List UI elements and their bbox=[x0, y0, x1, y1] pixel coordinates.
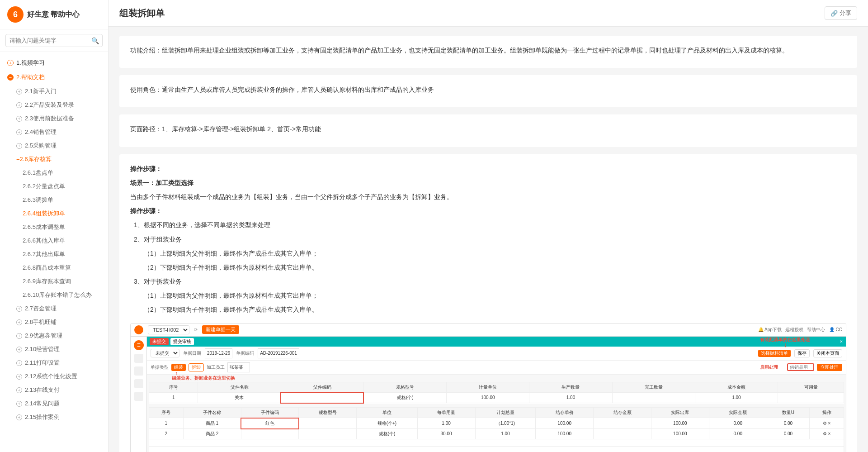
plus-sm-icon: + bbox=[16, 414, 22, 420]
sidebar-item-cases[interactable]: + 2.15操作案例 bbox=[0, 410, 108, 424]
mock-doctype-select[interactable]: 未提交 bbox=[151, 349, 179, 357]
mock-company-select[interactable]: TEST-H002 bbox=[148, 325, 189, 334]
operation-title: 操作步骤： bbox=[130, 163, 846, 175]
step3-sub2: （2）下部明细为子件明细，最终作为产成品生成其它入库单。 bbox=[130, 304, 846, 315]
th-unit: 计量单位 bbox=[447, 382, 529, 393]
td-cost: 1.00 bbox=[695, 393, 778, 403]
sidebar-item-inventory-6[interactable]: 2.6.6其他入库单 bbox=[0, 234, 108, 247]
mock-child-table-container: 不固定清单可以在这里录入 ↑ 序号 子件名称 子件编码 规格型号 bbox=[147, 407, 846, 452]
mock-process-btn[interactable]: 立即处理 bbox=[817, 364, 842, 371]
th-child-code: 子件编码 bbox=[241, 407, 299, 418]
sidebar-item-prepare[interactable]: + 2.3使用前数据准备 bbox=[0, 112, 108, 125]
mock-refresh-icon: ⟳ bbox=[194, 326, 198, 334]
table-row: 2 商品 2 规格(个) 30.00 1.00 100.00 bbox=[149, 429, 844, 439]
path-card: 页面路径：1、库存核算->库存管理->组装拆卸单 2、首页->常用功能 bbox=[119, 114, 857, 147]
sidebar-item-inventory-2[interactable]: 2.6.2分量盘点单 bbox=[0, 180, 108, 193]
mock-form-header: 未提交 单据日期 2019-12-26 单据编码 AD-20191226-001… bbox=[147, 347, 846, 361]
sidebar-item-inventory-9[interactable]: 2.6.9库存账本查询 bbox=[0, 275, 108, 288]
page-path: 页面路径：1、库存核算->库存管理->组装拆卸单 2、首页->常用功能 bbox=[130, 124, 846, 135]
mock-date-value: 2019-12-26 bbox=[205, 348, 232, 358]
search-icon: 🔍 bbox=[91, 37, 99, 44]
mock-date-label: 单据日期 bbox=[183, 349, 201, 357]
sidebar-item-newuser[interactable]: + 2.1新手入门 bbox=[0, 85, 108, 98]
mock-enable-input[interactable] bbox=[787, 363, 814, 371]
table-row: 1 关木 规格(个) 100.00 1.00 1.00 bbox=[149, 393, 844, 403]
sidebar-item-inventory-8[interactable]: 2.6.8商品成本重算 bbox=[0, 261, 108, 275]
intro-card: 功能介绍：组装拆卸单用来处理企业组装或拆卸等加工业务，支持有固定装配清单的产品加… bbox=[119, 36, 857, 68]
table-row: 1 商品 1 红色 规格(个+) 1.00 （1.00*1) 100.00 bbox=[149, 418, 844, 429]
mock-left-sidebar: ☰ bbox=[131, 337, 147, 452]
sidebar-item-finance[interactable]: + 2.7资金管理 bbox=[0, 302, 108, 315]
sidebar-item-sales[interactable]: + 2.4销售管理 bbox=[0, 125, 108, 139]
td-parent-name: 关木 bbox=[198, 393, 281, 403]
sidebar-item-inventory-5[interactable]: 2.6.5成本调整单 bbox=[0, 220, 108, 234]
nav-section-videos: + 1.视频学习 bbox=[0, 56, 108, 70]
th-usage: 每单用量 bbox=[417, 407, 475, 418]
share-icon: 🔗 bbox=[830, 10, 838, 17]
mock-nav-icons: 🔔 App下载 远程授权 帮助中心 👤 CC bbox=[758, 326, 842, 334]
scenario1-desc: 当由多个子件材料组装成一个成品的业务为【组装】业务，当由一个父件拆分成多个子产品… bbox=[130, 191, 846, 203]
annotation-enable: 启用处理 bbox=[760, 363, 778, 371]
sidebar-item-inventory-1[interactable]: 2.6.1盘点单 bbox=[0, 166, 108, 180]
mock-close-btn[interactable]: 关闭本页面 bbox=[813, 349, 842, 357]
th-stock-amt: 结存金额 bbox=[594, 407, 651, 418]
sidebar-item-inventory-7[interactable]: 2.6.7其他出库单 bbox=[0, 247, 108, 261]
mock-save-btn[interactable]: 保存 bbox=[794, 349, 810, 357]
th-stock-price: 结存单价 bbox=[536, 407, 594, 418]
sidebar-item-purchase[interactable]: + 2.5采购管理 bbox=[0, 139, 108, 152]
step2: 2、对于组装业务 bbox=[130, 234, 846, 245]
th-planned: 计划总量 bbox=[475, 407, 536, 418]
sidebar-item-inventory-3[interactable]: 2.6.3调拨单 bbox=[0, 193, 108, 207]
mock-new-doc-btn[interactable]: 新建单据一天 bbox=[202, 325, 239, 334]
plus-sm-icon: + bbox=[16, 102, 22, 108]
sidebar-item-settings[interactable]: + 2.12系统个性化设置 bbox=[0, 370, 108, 383]
sidebar: 6 好生意 帮助中心 🔍 + 1.视频学习 − 2.帮助文档 + 2.1新手入门 bbox=[0, 0, 108, 452]
plus-icon: + bbox=[7, 60, 14, 66]
sidebar-item-videos[interactable]: + 1.视频学习 bbox=[0, 56, 108, 70]
sidebar-item-docs[interactable]: − 2.帮助文档 bbox=[0, 70, 108, 85]
mock-code-value: AD-20191226-001 bbox=[258, 348, 299, 358]
mock-worker-label: 加工员工 bbox=[207, 363, 225, 371]
mock-tab-form[interactable]: 未提交 bbox=[150, 338, 169, 345]
plus-sm-icon: + bbox=[16, 319, 22, 325]
share-button[interactable]: 🔗 分享 bbox=[825, 6, 857, 20]
th-child-name: 子件名称 bbox=[183, 407, 241, 418]
mock-type-dismantle[interactable]: 拆卸 bbox=[189, 363, 204, 371]
sidebar-item-ops[interactable]: + 2.10经营管理 bbox=[0, 343, 108, 356]
role-desc: 使用角色：通常由生产人员或库管人员完成拆装业务的操作，库管人员确认原材料的出库和… bbox=[130, 84, 846, 95]
table-row bbox=[149, 439, 844, 447]
main-body: 功能介绍：组装拆卸单用来处理企业组装或拆卸等加工业务，支持有固定装配清单的产品加… bbox=[108, 27, 868, 452]
sidebar-item-inventory-10[interactable]: 2.6.10库存账本错了怎么办 bbox=[0, 288, 108, 302]
sidebar-item-inventory-4[interactable]: 2.6.4组装拆卸单 bbox=[0, 207, 108, 220]
td-unit: 100.00 bbox=[447, 393, 529, 403]
mock-type-assemble[interactable]: 组装 bbox=[171, 364, 186, 371]
nav-sub2-inventory: 2.6.1盘点单 2.6.2分量盘点单 2.6.3调拨单 2.6.4组装拆卸单 … bbox=[0, 166, 108, 302]
scenario1-title: 场景一：加工类型选择 bbox=[130, 177, 846, 189]
th-parent-code: 父件编码 bbox=[281, 382, 363, 393]
td-avail bbox=[778, 393, 844, 403]
sidebar-item-faq[interactable]: + 2.14常见问题 bbox=[0, 397, 108, 410]
mock-worker-input: 张某某 bbox=[227, 362, 250, 372]
step3-sub1: （1）上部明细为父件明细，最终作为原材料生成其它出库单； bbox=[130, 290, 846, 301]
sidebar-item-inventory[interactable]: − 2.6库存核算 bbox=[0, 152, 108, 166]
mock-select-bom-btn[interactable]: 选择抛料清单 bbox=[758, 350, 791, 357]
arrow-enable: ↓ bbox=[776, 362, 779, 372]
mock-form-toolbar: 未提交 提交审核 ✕ bbox=[147, 337, 846, 347]
app-title: 好生意 帮助中心 bbox=[27, 10, 80, 19]
plus-sm-icon: + bbox=[16, 347, 22, 352]
sidebar-item-print[interactable]: + 2.11打印设置 bbox=[0, 356, 108, 370]
plus-sm-icon: + bbox=[16, 360, 22, 366]
mock-sidebar-icon-5 bbox=[134, 392, 143, 401]
th-produce-qty: 生产数量 bbox=[529, 382, 612, 393]
mock-tab-submit[interactable]: 提交审核 bbox=[170, 338, 194, 345]
sidebar-item-mobile[interactable]: + 2.8手机旺铺 bbox=[0, 315, 108, 329]
sidebar-item-payment[interactable]: + 2.13在线支付 bbox=[0, 383, 108, 397]
sidebar-item-install[interactable]: + 2.2产品安装及登录 bbox=[0, 98, 108, 112]
main: 组装拆卸单 🔗 分享 功能介绍：组装拆卸单用来处理企业组装或拆卸等加工业务，支持… bbox=[108, 0, 868, 452]
search-input[interactable] bbox=[5, 34, 103, 47]
sidebar-item-coupon[interactable]: + 2.9优惠券管理 bbox=[0, 329, 108, 343]
nav-section-docs: − 2.帮助文档 + 2.1新手入门 + 2.2产品安装及登录 + 2.3使用前… bbox=[0, 70, 108, 424]
mock-child-table: 序号 子件名称 子件编码 规格型号 单位 每单用量 计划总量 结存单价 bbox=[149, 407, 844, 452]
td-produce-qty: 1.00 bbox=[529, 393, 612, 403]
mock-sidebar-icon-2 bbox=[134, 354, 143, 363]
